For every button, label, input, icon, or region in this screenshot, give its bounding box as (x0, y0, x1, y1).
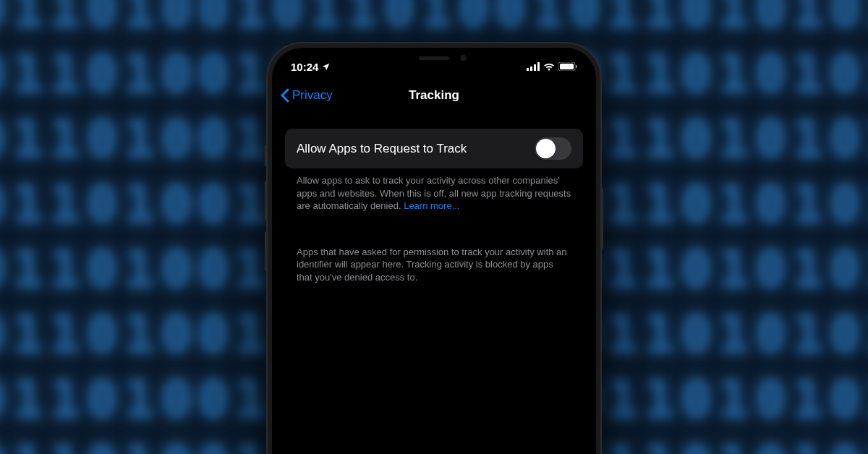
status-right (527, 62, 577, 71)
volume-down-button (265, 231, 268, 271)
power-button (600, 188, 603, 249)
settings-content: Allow Apps to Request to Track Allow app… (272, 111, 596, 283)
allow-tracking-toggle[interactable] (535, 137, 571, 160)
tracking-apps-description: Apps that have asked for permission to t… (285, 240, 583, 284)
toggle-knob (536, 139, 556, 158)
battery-icon (558, 62, 577, 71)
svg-rect-5 (560, 64, 574, 69)
chevron-left-icon (281, 88, 289, 103)
notch-camera (461, 55, 467, 61)
tracking-apps-text: Apps that have asked for permission to t… (297, 247, 567, 283)
allow-tracking-row: Allow Apps to Request to Track (285, 129, 583, 168)
allow-tracking-label: Allow Apps to Request to Track (297, 142, 467, 156)
navigation-bar: Privacy Tracking (272, 80, 596, 111)
page-title: Tracking (409, 88, 459, 103)
back-button[interactable]: Privacy (281, 88, 333, 103)
silent-switch (265, 145, 268, 166)
status-time: 10:24 (291, 61, 318, 73)
status-left: 10:24 (291, 61, 331, 73)
location-icon (321, 62, 331, 72)
svg-rect-0 (527, 68, 529, 71)
svg-rect-2 (534, 64, 536, 71)
svg-rect-6 (576, 65, 577, 68)
svg-rect-3 (537, 62, 540, 71)
tracking-description: Allow apps to ask to track your activity… (285, 168, 583, 213)
volume-up-button (265, 181, 268, 220)
binary-row: 010101101001011010010110101011010 (0, 0, 868, 39)
wifi-icon (543, 62, 555, 71)
notch (373, 48, 495, 68)
phone-screen: 10:24 (272, 48, 596, 454)
notch-speaker (419, 56, 449, 60)
learn-more-link[interactable]: Learn more... (404, 200, 459, 211)
back-label: Privacy (292, 88, 333, 103)
cellular-icon (527, 62, 540, 71)
svg-rect-1 (530, 67, 532, 71)
phone-frame: 10:24 (268, 43, 600, 454)
